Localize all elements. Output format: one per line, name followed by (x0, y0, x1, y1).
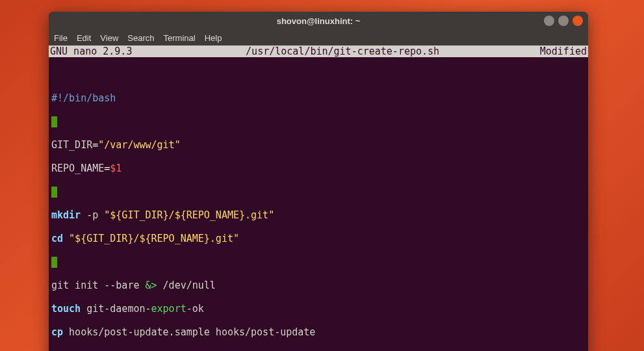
maximize-icon[interactable] (558, 16, 569, 26)
titlebar[interactable]: shovon@linuxhint: ~ (49, 12, 588, 30)
editor-content[interactable]: #!/bin/bash GIT_DIR="/var/www/git" REPO_… (49, 57, 588, 351)
code-shebang: #!/bin/bash (51, 92, 116, 104)
menu-help[interactable]: Help (205, 33, 222, 43)
nano-status-bar: GNU nano 2.9.3 /usr/local/bin/git-create… (49, 46, 588, 57)
menu-edit[interactable]: Edit (77, 33, 91, 43)
cursor-icon (51, 257, 57, 268)
menubar: File Edit View Search Terminal Help (49, 30, 588, 46)
terminal-area[interactable]: GNU nano 2.9.3 /usr/local/bin/git-create… (49, 46, 588, 351)
window-title: shovon@linuxhint: ~ (277, 16, 361, 26)
cursor-icon (51, 187, 57, 198)
nano-filepath: /usr/local/bin/git-create-repo.sh (145, 46, 539, 57)
minimize-icon[interactable] (544, 16, 554, 26)
terminal-window: shovon@linuxhint: ~ File Edit View Searc… (49, 12, 588, 351)
menu-file[interactable]: File (54, 33, 68, 43)
window-controls (544, 16, 583, 26)
menu-view[interactable]: View (100, 33, 118, 43)
cursor-icon (51, 116, 57, 127)
close-icon[interactable] (573, 16, 583, 26)
menu-terminal[interactable]: Terminal (164, 33, 196, 43)
nano-version: GNU nano 2.9.3 (50, 46, 145, 57)
nano-modified: Modified (540, 46, 587, 57)
menu-search[interactable]: Search (127, 33, 154, 43)
